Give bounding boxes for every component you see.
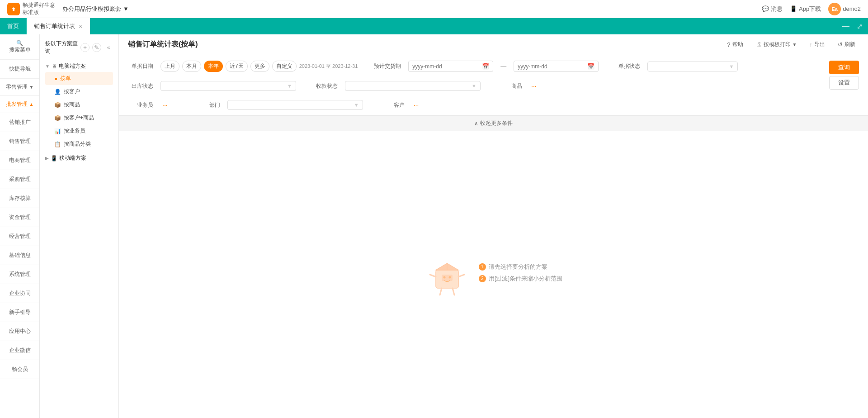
- scheme-item-by-order[interactable]: ● 按单: [45, 72, 113, 85]
- user-action[interactable]: Ea demo2: [828, 3, 861, 15]
- date-label: 单据日期: [128, 62, 153, 70]
- scheme-item-by-customer[interactable]: 👤 按客户: [45, 85, 113, 98]
- tab-sales-order-label: 销售订单统计表: [34, 22, 75, 30]
- date-btn-7days[interactable]: 近7天: [226, 61, 248, 72]
- scheme-edit-button[interactable]: ✎: [92, 43, 101, 52]
- sidebar-item-search[interactable]: 🔍 搜索菜单: [0, 34, 39, 60]
- date-btn-more[interactable]: 更多: [250, 61, 269, 72]
- tab-home-label: 首页: [7, 22, 19, 30]
- filter-row-1: 单据日期 上月 本月 本年 近7天 更多 自定义 2023-01-01 至 20…: [128, 61, 824, 72]
- svg-line-8: [453, 288, 454, 295]
- sidebar-item-quicknav[interactable]: 快捷导航: [0, 60, 39, 79]
- tab-maximize-icon[interactable]: ⤢: [855, 20, 864, 33]
- print-label: 按模板打印: [764, 41, 791, 48]
- top-bar-right: 💬 消息 📱 App下载 Ea demo2: [762, 3, 861, 15]
- calendar-icon-2[interactable]: 📅: [587, 63, 594, 70]
- query-button[interactable]: 查询: [829, 61, 859, 74]
- sidebar-item-wechat[interactable]: 企业微信: [0, 341, 39, 360]
- date-btn-last-month[interactable]: 上月: [160, 61, 179, 72]
- scheme-item-label: 按商品: [64, 101, 80, 109]
- delivery-date-start[interactable]: 📅: [408, 61, 493, 72]
- sidebar-item-enterprise[interactable]: 企业协同: [0, 284, 39, 303]
- product-dots[interactable]: ···: [529, 82, 538, 90]
- delivery-date-end[interactable]: 📅: [514, 61, 599, 72]
- sidebar-item-sales[interactable]: 销售管理: [0, 132, 39, 151]
- calendar-icon[interactable]: 📅: [482, 63, 489, 70]
- sidebar-item-member[interactable]: 畅会员: [0, 360, 39, 379]
- scheme-item-by-category[interactable]: 📋 按商品分类: [45, 138, 113, 151]
- sidebar-item-wholesale[interactable]: 批发管理 ▲: [0, 96, 39, 113]
- sidebar-item-operations[interactable]: 经营管理: [0, 227, 39, 246]
- chevron-down-icon: ▼: [29, 85, 34, 90]
- filter-row-2: 出库状态 ▼ 收款状态 ▼ 商品 ···: [128, 81, 824, 91]
- scheme-item-by-customer-product[interactable]: 📦 按客户+商品: [45, 111, 113, 124]
- tab-sales-order[interactable]: 销售订单统计表 ×: [27, 18, 90, 34]
- sidebar-item-newbie[interactable]: 新手引导: [0, 303, 39, 322]
- delivery-label: 预计交货期: [374, 62, 401, 70]
- refresh-button[interactable]: ↺ 刷新: [834, 39, 859, 50]
- collapse-label: 收起更多条件: [480, 119, 513, 127]
- sidebar-item-basic[interactable]: 基础信息: [0, 246, 39, 265]
- sidebar-item-system[interactable]: 系统管理: [0, 265, 39, 284]
- mobile-group-icon: 📱: [51, 155, 57, 162]
- scheme-item-by-product[interactable]: 📦 按商品: [45, 98, 113, 111]
- chevron-down-icon: ▼: [287, 83, 292, 89]
- product-label: 商品: [497, 82, 522, 90]
- scheme-item-by-salesperson[interactable]: 📊 按业务员: [45, 124, 113, 138]
- svg-line-9: [430, 275, 436, 277]
- salesperson-dots[interactable]: ···: [160, 101, 170, 109]
- customer-label: 客户: [379, 101, 405, 109]
- scheme-header-label: 按以下方案查询: [45, 40, 78, 55]
- sidebar-item-purchase[interactable]: 采购管理: [0, 170, 39, 189]
- scheme-item-label: 按客户+商品: [64, 114, 94, 122]
- help-button[interactable]: ? 帮助: [723, 39, 746, 50]
- scheme-panel-header: 按以下方案查询 + ✎ «: [40, 38, 118, 59]
- date-range-text: 2023-01-01 至 2023-12-31: [299, 63, 358, 70]
- sidebar-item-ecommerce[interactable]: 电商管理: [0, 151, 39, 170]
- customer-dots[interactable]: ···: [412, 101, 421, 109]
- cust-prod-icon: 📦: [54, 115, 61, 121]
- content-area: 按以下方案查询 + ✎ « ▼ 🖥 电脑端方案 ● 按单 👤 按客户: [40, 34, 868, 418]
- date-btn-this-month[interactable]: 本月: [182, 61, 201, 72]
- app-download-action[interactable]: 📱 App下载: [790, 5, 821, 13]
- sidebar-item-marketing[interactable]: 营销推广: [0, 113, 39, 132]
- delivery-start-input[interactable]: [412, 63, 480, 70]
- scheme-pc-group-header[interactable]: ▼ 🖥 电脑端方案: [45, 61, 113, 72]
- message-icon: 💬: [762, 5, 769, 12]
- filter-rows: 单据日期 上月 本月 本年 近7天 更多 自定义 2023-01-01 至 20…: [128, 61, 824, 110]
- status-select[interactable]: ▼: [647, 62, 738, 71]
- sidebar-item-finance[interactable]: 资金管理: [0, 208, 39, 227]
- print-dropdown-icon: ▼: [793, 42, 797, 47]
- workspace-selector[interactable]: 办公用品行业模拟账套 ▼: [59, 3, 132, 15]
- outbound-select[interactable]: ▼: [160, 81, 296, 91]
- scheme-add-button[interactable]: +: [80, 43, 90, 52]
- salesperson-label: 业务员: [128, 101, 153, 109]
- tip-num-1: 1: [479, 263, 486, 271]
- filter-area: 单据日期 上月 本月 本年 近7天 更多 自定义 2023-01-01 至 20…: [119, 55, 868, 116]
- print-button[interactable]: 🖨 按模板打印 ▼: [752, 39, 801, 50]
- collapse-bar[interactable]: ∧ 收起更多条件: [119, 116, 868, 131]
- scheme-mobile-group-header[interactable]: ▶ 📱 移动端方案: [40, 152, 118, 164]
- tab-home[interactable]: 首页: [0, 18, 27, 34]
- scheme-collapse-button[interactable]: «: [104, 43, 113, 52]
- sidebar: 🔍 搜索菜单 快捷导航 零售管理 ▼ 批发管理 ▲ 营销推广 销售管理 电商管理…: [0, 34, 40, 418]
- tab-minimize-icon[interactable]: —: [840, 20, 851, 32]
- app-icon: 📱: [790, 5, 797, 12]
- sidebar-item-inventory[interactable]: 库存核算: [0, 189, 39, 208]
- date-btn-custom[interactable]: 自定义: [272, 61, 297, 72]
- receipt-select[interactable]: ▼: [345, 81, 481, 91]
- message-action[interactable]: 💬 消息: [762, 5, 783, 13]
- tip-num-2: 2: [479, 275, 486, 282]
- svg-line-10: [458, 275, 464, 277]
- export-button[interactable]: ↑ 导出: [806, 39, 829, 50]
- main-content: 销售订单统计表(按单) ? 帮助 🖨 按模板打印 ▼ ↑ 导出: [119, 34, 868, 418]
- svg-point-6: [448, 276, 451, 278]
- page-actions: ? 帮助 🖨 按模板打印 ▼ ↑ 导出 ↺ 刷新: [723, 39, 859, 55]
- settings-button[interactable]: 设置: [829, 76, 859, 90]
- delivery-end-input[interactable]: [518, 63, 585, 70]
- sidebar-item-retail[interactable]: 零售管理 ▼: [0, 79, 39, 96]
- tab-close-icon[interactable]: ×: [79, 23, 82, 30]
- sidebar-item-appcenter[interactable]: 应用中心: [0, 322, 39, 341]
- department-select[interactable]: ▼: [227, 100, 363, 110]
- date-btn-this-year[interactable]: 本年: [204, 61, 223, 72]
